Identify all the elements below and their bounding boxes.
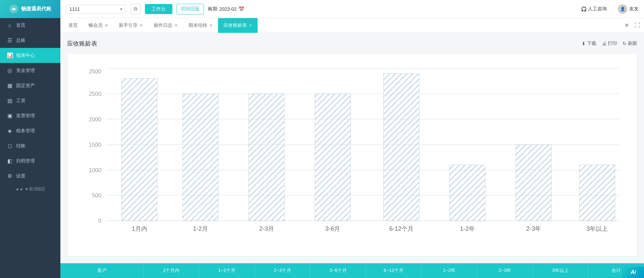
download-button[interactable]: ⬇ 下载 xyxy=(582,41,596,47)
svg-text:3-6月: 3-6月 xyxy=(325,225,340,232)
cancel-fixed-button[interactable]: ◄◄ ◄ 取消固定 xyxy=(0,184,60,195)
refresh-button[interactable]: ↻ 刷新 xyxy=(623,41,637,47)
svg-rect-28 xyxy=(516,145,551,221)
tab-guide[interactable]: 新手引导 ✕ xyxy=(113,18,148,33)
page-actions: ⬇ 下载 🖨 打印 ↻ 刷新 xyxy=(582,41,637,47)
reports-icon: 📊 xyxy=(7,52,13,59)
sidebar-item-checkout[interactable]: ◻ 结账 xyxy=(0,138,60,153)
ai-badge-label: Ai xyxy=(631,269,636,275)
avatar: 👤 xyxy=(618,4,627,14)
download-icon: ⬇ xyxy=(582,41,586,46)
sidebar-item-settings[interactable]: ⚙ 设置 xyxy=(0,168,60,184)
svg-text:1500: 1500 xyxy=(89,142,101,148)
close-all-button[interactable]: ✕ xyxy=(623,21,631,29)
tab-home[interactable]: 首页 xyxy=(63,18,83,33)
header-left: 1111 ▾ ⧉ 工作台 切到旧版 账期 2023-02 📅 xyxy=(60,4,581,14)
logo: 畅捷通易代账 xyxy=(0,0,60,18)
tab-guide-label: 新手引导 xyxy=(119,22,138,28)
copy-button[interactable]: ⧉ xyxy=(130,4,141,14)
sidebar-label-ledger: 总账 xyxy=(16,38,25,44)
chart-container: 0 500 1000 1500 2000 2500 2500 1 xyxy=(67,53,637,257)
col-3y-plus: 3年以上 xyxy=(533,263,589,278)
sidebar-item-archive[interactable]: ◧ 归档管理 xyxy=(0,153,60,168)
workbench-button[interactable]: 工作台 xyxy=(145,4,172,14)
svg-text:0: 0 xyxy=(98,218,101,224)
sidebar-item-assets[interactable]: ▦ 固定资产 xyxy=(0,78,60,93)
tab-ar-aging-close[interactable]: ✕ xyxy=(249,23,252,28)
tab-oplog[interactable]: 操作日志 ✕ xyxy=(148,18,183,33)
sidebar-item-salary[interactable]: ▤ 工资 xyxy=(0,93,60,108)
svg-text:3年以上: 3年以上 xyxy=(586,225,608,232)
sidebar-label-tax: 税务管理 xyxy=(16,128,35,134)
tab-oplog-label: 操作日志 xyxy=(154,22,172,28)
svg-text:500: 500 xyxy=(92,192,101,199)
logo-text: 畅捷通易代账 xyxy=(21,6,51,12)
tab-period-close[interactable]: 期末结转 ✕ xyxy=(183,18,218,33)
sidebar-item-home[interactable]: ⌂ 首页 xyxy=(0,18,60,33)
svg-text:6-12个月: 6-12个月 xyxy=(389,225,413,232)
tab-oplog-close[interactable]: ✕ xyxy=(174,23,178,28)
sidebar-label-reports: 报表中心 xyxy=(16,53,35,59)
sidebar-label-settings: 设置 xyxy=(16,173,25,179)
sidebar-item-tax[interactable]: ◈ 税务管理 xyxy=(0,123,60,138)
user-menu[interactable]: 👤 友友 xyxy=(618,4,639,14)
tab-member-close[interactable]: ✕ xyxy=(105,23,108,28)
col-1m: 1个月内 xyxy=(144,263,199,278)
sidebar-item-ledger[interactable]: ☰ 总账 xyxy=(0,33,60,48)
consult-label: 人工咨询 xyxy=(588,6,607,12)
sidebar-item-reports[interactable]: 📊 报表中心 xyxy=(0,48,60,63)
svg-rect-24 xyxy=(384,73,419,221)
sidebar: ⌂ 首页 ☰ 总账 📊 报表中心 ◎ 资金管理 ▦ 固定资产 ▤ 工资 ▣ 发票… xyxy=(0,18,60,278)
svg-rect-26 xyxy=(450,165,485,221)
settings-icon: ⚙ xyxy=(7,173,13,179)
funds-icon: ◎ xyxy=(7,67,13,74)
invoice-icon: ▣ xyxy=(7,113,13,119)
ai-badge[interactable]: Ai xyxy=(623,267,644,278)
copy-icon: ⧉ xyxy=(134,6,137,12)
col-2-3m: 2~3个月 xyxy=(255,263,311,278)
sidebar-label-checkout: 结账 xyxy=(16,143,25,149)
home-icon: ⌂ xyxy=(7,22,13,28)
ledger-icon: ☰ xyxy=(7,37,13,44)
tab-member[interactable]: 畅会员 ✕ xyxy=(83,18,113,33)
svg-text:2-3年: 2-3年 xyxy=(526,225,541,232)
tab-guide-close[interactable]: ✕ xyxy=(140,23,143,28)
col-customer: 客户 xyxy=(60,263,144,278)
tab-ar-aging[interactable]: 应收账龄表 ✕ xyxy=(218,18,258,33)
maximize-button[interactable]: ⛶ xyxy=(633,21,641,29)
header-right: 🎧 人工咨询 👤 友友 xyxy=(581,4,639,14)
col-1-2y: 1~2年 xyxy=(422,263,477,278)
company-selector[interactable]: 1111 ▾ xyxy=(66,5,126,13)
switch-version-button[interactable]: 切到旧版 xyxy=(176,4,204,14)
print-button[interactable]: 🖨 打印 xyxy=(602,41,617,47)
company-name: 1111 xyxy=(69,6,117,12)
col-1-2m: 1~2个月 xyxy=(199,263,255,278)
refresh-icon: ↻ xyxy=(623,41,627,46)
tab-ar-aging-label: 应收账龄表 xyxy=(223,22,247,28)
tab-actions: ✕ ⛶ xyxy=(623,21,641,29)
tab-home-label: 首页 xyxy=(68,22,78,28)
svg-text:1-2年: 1-2年 xyxy=(460,225,475,232)
svg-rect-20 xyxy=(249,94,284,221)
cancel-fixed-label: ◄ 取消固定 xyxy=(24,186,45,192)
svg-rect-18 xyxy=(183,94,218,221)
sidebar-item-invoice[interactable]: ▣ 发票管理 xyxy=(0,108,60,123)
assets-icon: ▦ xyxy=(7,82,13,89)
col-6-12m: 6~12个月 xyxy=(366,263,422,278)
divider xyxy=(612,6,612,12)
headset-icon: 🎧 xyxy=(581,6,587,12)
username: 友友 xyxy=(629,6,639,12)
table-header: 客户 1个月内 1~2个月 2~3个月 3~6个月 6~12个月 1~2年 2~… xyxy=(60,263,644,278)
avatar-icon: 👤 xyxy=(620,7,625,11)
tax-icon: ◈ xyxy=(7,128,13,134)
logo-icon xyxy=(9,4,18,14)
calendar-icon[interactable]: 📅 xyxy=(238,6,244,12)
archive-icon: ◧ xyxy=(7,158,13,164)
consult-button[interactable]: 🎧 人工咨询 xyxy=(581,6,607,12)
page-header: 应收账龄表 ⬇ 下载 🖨 打印 ↻ 刷新 xyxy=(67,40,637,48)
cancel-fixed-icon: ◄◄ xyxy=(15,187,23,192)
tab-period-close-close[interactable]: ✕ xyxy=(209,23,213,28)
sidebar-label-archive: 归档管理 xyxy=(16,158,35,164)
period-value: 2023-02 xyxy=(219,6,236,12)
sidebar-item-funds[interactable]: ◎ 资金管理 xyxy=(0,63,60,78)
